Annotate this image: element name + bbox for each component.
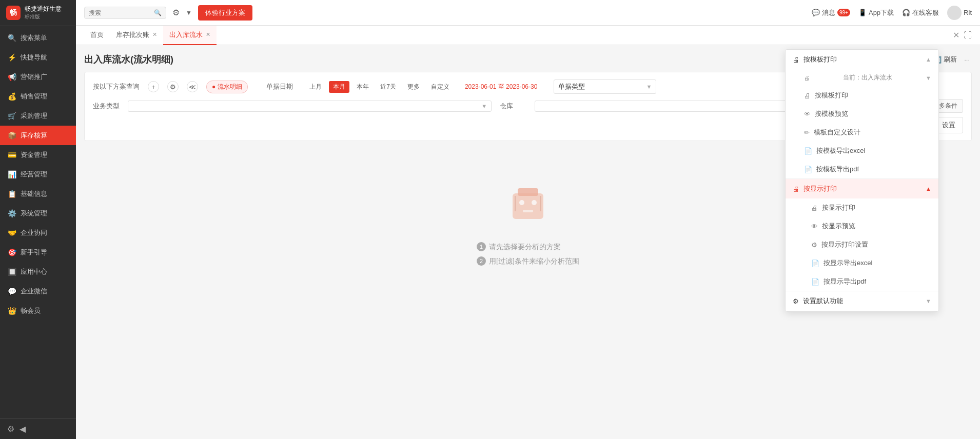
current-chevron: ▼	[926, 75, 931, 81]
selected-filter-label: 流水明细	[218, 83, 242, 91]
tab-close-batch-ledger[interactable]: ✕	[152, 31, 157, 38]
app-download-item[interactable]: 📱 App下载	[858, 8, 894, 17]
tab-batch-ledger[interactable]: 库存批次账✕	[110, 26, 163, 45]
template-print-title: 按模板打印	[803, 55, 837, 64]
date-tag-近7天[interactable]: 近7天	[376, 81, 400, 93]
window-controls: ✕ ⛶	[953, 30, 972, 40]
sidebar-item-finance[interactable]: 💳资金管理	[0, 145, 76, 165]
sidebar-bottom: ⚙ ◀	[0, 418, 76, 439]
doc-type-select[interactable]: 单据类型 ▼	[554, 79, 656, 94]
dropdown-item-template-export-excel[interactable]: 📄 按模板导出excel	[786, 142, 938, 160]
wechat-icon: 💬	[7, 287, 16, 296]
business-type-input[interactable]: ▼	[128, 101, 492, 112]
topbar: 🔍 ⚙ ▼ 体验行业方案 💬 消息 99+ 📱 App下载 🎧 在线客服 Rit	[76, 0, 980, 26]
sidebar-item-member[interactable]: 👑畅会员	[0, 301, 76, 321]
operations-icon: 📊	[7, 170, 16, 179]
date-tag-本年[interactable]: 本年	[352, 81, 373, 93]
sidebar-item-inventory[interactable]: 📦库存核算	[0, 126, 76, 145]
search-icon: 🔍	[154, 9, 162, 16]
online-service-item[interactable]: 🎧 在线客服	[902, 8, 939, 17]
sidebar-item-purchase[interactable]: 🛒采购管理	[0, 106, 76, 126]
sidebar-item-shortcut[interactable]: ⚡快捷导航	[0, 48, 76, 67]
display-export-excel-icon: 📄	[811, 260, 819, 267]
refresh-label: 刷新	[944, 55, 957, 64]
doc-type-chevron: ▼	[646, 84, 652, 90]
dropdown-item-template-preview[interactable]: 👁 按模板预览	[786, 105, 938, 123]
dropdown-item-display-preview[interactable]: 👁 按显示预览	[786, 217, 938, 235]
page-title: 出入库流水(流水明细)	[84, 53, 173, 66]
sidebar-nav: 🔍搜索菜单⚡快捷导航📢营销推广💰销售管理🛒采购管理📦库存核算💳资金管理📊经营管理…	[0, 26, 76, 418]
svg-rect-1	[518, 188, 538, 196]
default-section-title: 设置默认功能	[803, 296, 843, 306]
settings-icon[interactable]: ⚙	[7, 424, 14, 434]
date-tag-上月[interactable]: 上月	[305, 81, 326, 93]
filter-collapse-icon[interactable]: ≪	[187, 81, 198, 92]
tab-close-inout-flow[interactable]: ✕	[206, 31, 210, 38]
sidebar-item-wechat[interactable]: 💬企业微信	[0, 282, 76, 301]
sidebar-item-operations[interactable]: 📊经营管理	[0, 165, 76, 184]
headset-icon: 🎧	[902, 9, 910, 16]
sales-label: 销售管理	[21, 92, 47, 101]
tab-home[interactable]: 首页	[84, 26, 110, 45]
wechat-label: 企业微信	[21, 287, 47, 296]
search-icon: 🔍	[7, 33, 16, 43]
maximize-icon[interactable]: ⛶	[964, 31, 972, 40]
dropdown-item-template-print[interactable]: 🖨 按模板打印	[786, 86, 938, 105]
dropdown-item-display-export-pdf[interactable]: 📄 按显示导出pdf	[786, 272, 938, 291]
purchase-label: 采购管理	[21, 111, 47, 121]
template-customize-label: 模板自定义设计	[814, 128, 860, 137]
display-preview-label: 按显示预览	[822, 222, 855, 231]
dropdown-item-template-customize[interactable]: ✏ 模板自定义设计	[786, 123, 938, 142]
sidebar-item-sales[interactable]: 💰销售管理	[0, 87, 76, 106]
tab-inout-flow[interactable]: 出入库流水✕	[163, 26, 217, 45]
phone-icon: 📱	[858, 9, 867, 16]
date-filter-tags: 上月本月本年近7天更多自定义	[305, 81, 454, 93]
dropdown-item-display-export-excel[interactable]: 📄 按显示导出excel	[786, 254, 938, 272]
sidebar-item-cooperation[interactable]: 🤝企业协同	[0, 223, 76, 243]
empty-step-2: 2 用[过滤]条件来缩小分析范围	[477, 254, 579, 268]
close-window-icon[interactable]: ✕	[953, 30, 959, 40]
industry-solution-button[interactable]: 体验行业方案	[198, 5, 252, 21]
sidebar-item-appcenter[interactable]: 🔲应用中心	[0, 262, 76, 282]
dropdown-item-display-print[interactable]: 🖨 按显示打印	[786, 198, 938, 217]
dropdown-item-display-print-settings[interactable]: ⚙ 按显示打印设置	[786, 235, 938, 254]
tab-label-home: 首页	[90, 30, 104, 39]
cooperation-label: 企业协同	[21, 228, 47, 237]
operations-label: 经营管理	[21, 170, 47, 179]
add-filter-button[interactable]: +	[148, 81, 159, 92]
tabs-container: 首页库存批次账✕出入库流水✕	[84, 26, 217, 45]
newbie-label: 新手引导	[21, 248, 47, 257]
selected-filter-tag[interactable]: ● 流水明细	[206, 81, 248, 93]
default-section-header[interactable]: ⚙ 设置默认功能 ▼	[786, 291, 938, 311]
topbar-dropdown-icon[interactable]: ▼	[186, 9, 192, 16]
template-customize-icon: ✏	[804, 129, 810, 136]
svg-point-3	[532, 200, 537, 205]
collapse-icon[interactable]: ◀	[19, 424, 26, 434]
date-tag-本月[interactable]: 本月	[329, 81, 349, 93]
messages-item[interactable]: 💬 消息 99+	[812, 8, 850, 17]
template-print-header[interactable]: 🖨 按模板打印 ▲	[786, 50, 938, 69]
empty-step-1: 1 请先选择要分析的方案	[477, 240, 579, 254]
filter-settings-icon[interactable]: ⚙	[167, 81, 179, 92]
date-tag-更多[interactable]: 更多	[403, 81, 424, 93]
sidebar-item-system[interactable]: ⚙️系统管理	[0, 204, 76, 223]
date-tag-自定义[interactable]: 自定义	[427, 81, 454, 93]
sidebar-item-newbie[interactable]: 🎯新手引导	[0, 243, 76, 262]
search-input[interactable]	[89, 9, 154, 16]
business-type-chevron: ▼	[481, 103, 487, 109]
topbar-search-box[interactable]: 🔍	[84, 7, 166, 19]
sidebar-item-basic[interactable]: 📋基础信息	[0, 184, 76, 204]
business-type-field: 业务类型 ▼	[93, 101, 492, 112]
sidebar-item-marketing[interactable]: 📢营销推广	[0, 67, 76, 87]
inventory-icon: 📦	[7, 131, 16, 140]
topbar-gear-icon[interactable]: ⚙	[172, 8, 180, 17]
template-preview-icon: 👁	[804, 110, 811, 118]
user-avatar-item[interactable]: Rit	[947, 6, 972, 20]
display-print-header[interactable]: 🖨 按显示打印 ▲	[786, 179, 938, 198]
template-export-excel-label: 按模板导出excel	[816, 146, 865, 155]
dropdown-item-template-export-pdf[interactable]: 📄 按模板导出pdf	[786, 160, 938, 178]
online-service-label: 在线客服	[912, 8, 939, 17]
sidebar-item-search[interactable]: 🔍搜索菜单	[0, 28, 76, 48]
display-export-pdf-icon: 📄	[811, 278, 819, 286]
shortcut-icon: ⚡	[7, 53, 16, 62]
